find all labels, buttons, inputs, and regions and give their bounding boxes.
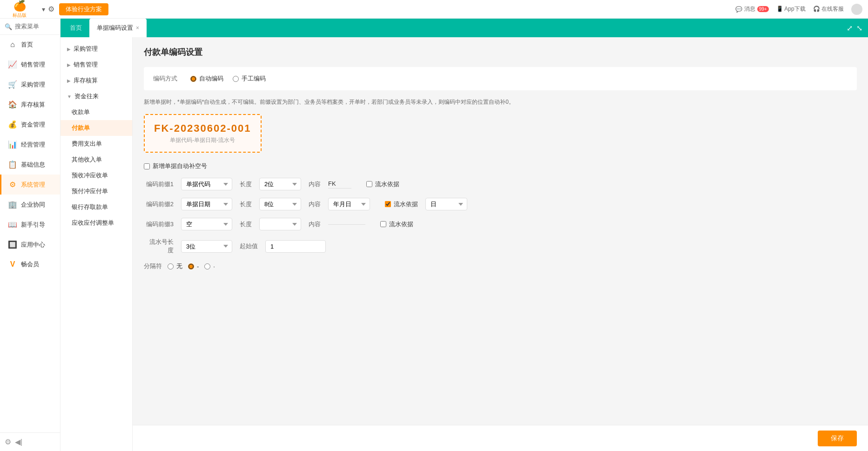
sidebar-item-operations[interactable]: 📊 经营管理 [0,135,60,155]
radio-manual-input[interactable] [233,76,239,82]
prefix2-length-label: 长度 [240,200,252,209]
sec-sub-bank-deposit[interactable]: 银行存取款单 [61,199,132,215]
sec-group-sales[interactable]: ▶ 销售管理 [61,57,132,73]
sep-dot[interactable]: · [204,263,215,270]
sidebar-bottom: ⚙ ◀| [0,432,60,451]
settings-bottom-icon[interactable]: ⚙ [5,438,11,446]
tab-more-icon[interactable]: ⤡ [856,24,862,33]
auto-fill-label: 新增单据自动补空号 [153,162,207,170]
serial-no-label: 流水号长度 [144,238,174,255]
info-text: 新增单据时，*单据编码*自动生成，不可编辑。前缀设置为部门、业务员等档案类，开单… [144,98,857,107]
home-icon: ⌂ [8,40,17,49]
sidebar-item-system[interactable]: ⚙ 系统管理 [0,175,60,195]
prefix1-length-select[interactable]: 2位 [259,178,301,190]
sidebar-item-enterprise[interactable]: 🏢 企业协同 [0,195,60,215]
tab-serial-settings[interactable]: 单据编码设置 × [89,19,147,37]
prefix3-serial-checkbox[interactable]: 流水依据 [380,220,413,229]
code-preview-main: FK-20230602-001 [154,122,251,135]
sidebar-item-member[interactable]: V 畅会员 [0,255,60,274]
sec-sub-expense[interactable]: 费用支出单 [61,136,132,152]
prefix3-content-label: 内容 [309,220,321,229]
message-area[interactable]: 💬 消息 99+ [735,5,769,13]
prefix2-length-select[interactable]: 8位 [259,198,301,210]
settings-icon[interactable]: ⚙ [48,5,54,13]
nav-dropdown-arrow[interactable]: ▾ [42,6,45,13]
prefix2-row: 编码前缀2 单据日期 长度 8位 内容 年月日 [144,198,857,210]
prefix1-select[interactable]: 单据代码 [181,178,232,190]
finance-icon: 💰 [8,120,17,129]
main-right: 付款单编码设置 编码方式 自动编码 手工编码 [133,37,868,451]
app-download[interactable]: 📱 App下载 [776,5,806,13]
prefix3-length-select[interactable] [259,218,301,230]
prefix2-serial-input[interactable] [385,201,391,207]
radio-auto-input[interactable] [190,76,196,82]
prefix2-serial-checkbox[interactable]: 流水依据 [385,200,418,209]
content-area: 首页 单据编码设置 × ⤢ ⤡ ▶ 采购管理 ▶ 销售管理 [61,19,868,451]
sidebar-item-finance[interactable]: 💰 资金管理 [0,114,60,135]
encoding-radio-group: 编码方式 自动编码 手工编码 [153,74,848,83]
sep-dash[interactable]: - [188,263,199,270]
tab-close-icon[interactable]: × [136,25,139,31]
bottom-bar: 保存 [133,425,868,451]
prefix3-label: 编码前缀3 [144,220,174,229]
main-content: 付款单编码设置 编码方式 自动编码 手工编码 [133,37,868,425]
serial-no-row: 流水号长度 3位 起始值 [144,238,857,255]
sec-sub-income[interactable]: 其他收入单 [61,152,132,168]
prefix1-serial-input[interactable] [366,181,372,187]
basic-icon: 📋 [8,160,17,169]
sidebar-item-sales[interactable]: 📈 销售管理 [0,54,60,74]
tab-bar-actions: ⤢ ⤡ [847,24,866,33]
save-button[interactable]: 保存 [818,431,857,446]
prefix2-unit-select[interactable]: 日 [425,198,467,210]
chevron-down-icon: ▼ [67,94,72,99]
prefix2-select[interactable]: 单据日期 [181,198,232,210]
prefix1-serial-checkbox[interactable]: 流水依据 [366,180,399,188]
encoding-label: 编码方式 [153,74,177,83]
trial-button[interactable]: 体验行业方案 [59,3,108,15]
sec-sub-recv-adj[interactable]: 应收应付调整单 [61,215,132,231]
auto-fill-row[interactable]: 新增单据自动补空号 [144,162,857,170]
start-value-label: 起始值 [240,242,258,250]
sidebar-item-inventory[interactable]: 🏠 库存核算 [0,94,60,114]
sidebar-item-purchase[interactable]: 🛒 采购管理 [0,74,60,94]
chevron-right-icon: ▶ [67,62,71,67]
collapse-icon[interactable]: ◀| [15,438,22,446]
sec-group-inventory[interactable]: ▶ 库存核算 [61,73,132,88]
tab-bar: 首页 单据编码设置 × ⤢ ⤡ [61,19,868,37]
sidebar-item-guide[interactable]: 📖 新手引导 [0,215,60,235]
prefix3-serial-input[interactable] [380,221,386,227]
page-title: 付款单编码设置 [144,47,857,58]
search-menu[interactable]: 🔍 搜索菜单 [0,19,60,35]
sec-group-purchase[interactable]: ▶ 采购管理 [61,41,132,57]
radio-manual-encoding[interactable]: 手工编码 [233,74,266,83]
online-service[interactable]: 🎧 在线客服 [813,5,844,13]
start-value-input[interactable] [265,240,326,253]
sec-sub-prepay-pay[interactable]: 预付冲应付单 [61,183,132,199]
sep-dot-input[interactable] [204,263,210,269]
prefix2-content-label: 内容 [309,200,321,209]
auto-fill-checkbox[interactable] [144,163,150,169]
radio-auto-encoding[interactable]: 自动编码 [190,74,223,83]
prefix2-label: 编码前缀2 [144,200,174,209]
prefix1-length-label: 长度 [240,180,252,188]
prefix2-content-select[interactable]: 年月日 [328,198,370,210]
sep-none[interactable]: 无 [168,262,182,270]
sidebar-item-home[interactable]: ⌂ 首页 [0,35,60,54]
serial-no-select[interactable]: 3位 [181,240,232,253]
sales-icon: 📈 [8,60,17,69]
main-layout: 🔍 搜索菜单 ⌂ 首页 📈 销售管理 🛒 采购管理 🏠 库存核算 💰 资金管理 … [0,19,868,451]
prefix3-select[interactable]: 空 [181,218,232,230]
tab-expand-icon[interactable]: ⤢ [847,24,853,33]
enterprise-icon: 🏢 [8,200,17,209]
sec-sub-receipt[interactable]: 收款单 [61,104,132,120]
sec-sub-prepay-recv[interactable]: 预收冲应收单 [61,168,132,183]
sidebar-item-basic[interactable]: 📋 基础信息 [0,155,60,175]
sec-sub-payment[interactable]: 付款单 [61,120,132,136]
sep-dash-input[interactable] [188,263,194,269]
sec-group-funds[interactable]: ▼ 资金往来 [61,88,132,104]
sep-none-input[interactable] [168,263,174,269]
sidebar-item-apps[interactable]: 🔲 应用中心 [0,235,60,255]
tab-home[interactable]: 首页 [62,19,89,37]
user-avatar[interactable] [851,4,862,15]
prefix1-content-label: 内容 [309,180,321,188]
